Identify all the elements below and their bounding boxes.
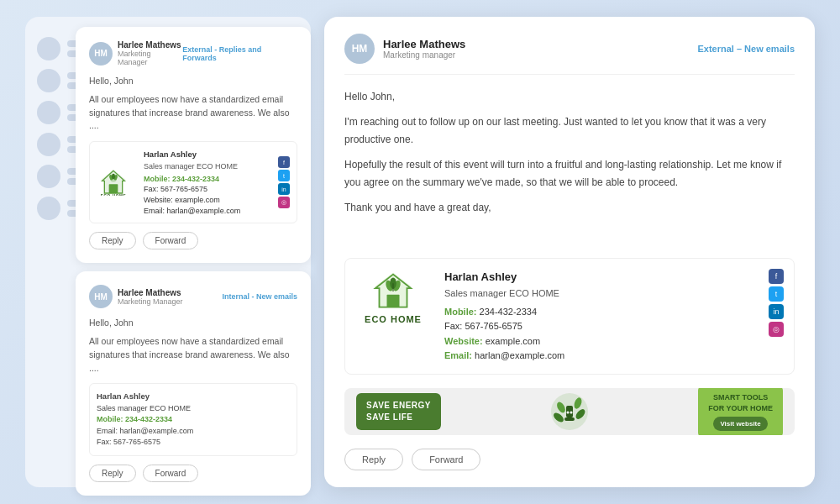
- forward-button[interactable]: Forward: [143, 465, 199, 482]
- sig-website: Website: example.com: [144, 195, 271, 206]
- card-actions: Reply Forward: [89, 232, 297, 249]
- facebook-icon[interactable]: f: [769, 269, 784, 284]
- main-container: HM Harlee Mathews Marketing Manager Exte…: [25, 17, 815, 487]
- sig-mobile: Mobile: 234-432-2334: [444, 305, 755, 320]
- right-sender: HM Harlee Mathews Marketing manager: [344, 34, 465, 64]
- sig-role: Sales manager ECO HOME: [97, 403, 290, 415]
- sig-email: Email: harlan@example.com: [444, 349, 755, 364]
- email-tag: Internal - New emails: [222, 292, 297, 301]
- right-actions: Reply Forward: [344, 449, 795, 470]
- reply-button[interactable]: Reply: [89, 232, 136, 249]
- sender-details: Harlee Mathews Marketing manager: [383, 38, 465, 60]
- eco-home-logo-large: ECO HOME: [355, 269, 431, 324]
- email-value: harlan@example.com: [475, 350, 564, 360]
- body-paragraph-2: Hopefully the result of this event will …: [344, 156, 795, 191]
- banner-right-text-2: FOR YOUR HOME: [708, 403, 773, 414]
- card-actions: Reply Forward: [89, 465, 297, 482]
- fax-value: 567-765-6575: [465, 321, 522, 331]
- sender-role: Marketing manager: [383, 50, 465, 60]
- svg-point-22: [567, 412, 570, 414]
- reply-button[interactable]: Reply: [344, 449, 403, 470]
- sender-title: Marketing Manager: [118, 297, 183, 306]
- email-label: Email:: [444, 350, 472, 360]
- reply-button[interactable]: Reply: [89, 465, 136, 482]
- banner-text-1: SAVE ENERGY: [366, 400, 431, 412]
- sig-name: Harlan Ashley: [97, 391, 290, 402]
- body-paragraph-3: Thank you and have a great day,: [344, 199, 795, 216]
- linkedin-icon[interactable]: in: [769, 304, 784, 319]
- sig-mobile: Mobile: 234-432-2334: [144, 174, 271, 185]
- eco-home-text: ECO HOME: [365, 314, 422, 324]
- left-panel: HM Harlee Mathews Marketing Manager Exte…: [25, 17, 311, 487]
- sig-email: Email: harlan@example.com: [97, 426, 290, 438]
- signature-info: Harlan Ashley Sales manager ECO HOME Mob…: [144, 149, 271, 216]
- svg-rect-2: [109, 184, 118, 193]
- sig-fax: Fax: 567-765-6575: [97, 437, 290, 449]
- social-icons: f t in ◎: [278, 156, 290, 208]
- facebook-icon[interactable]: f: [278, 156, 290, 168]
- skeleton-avatar: [37, 101, 60, 124]
- email-body: Hello, John All our employees now have a…: [89, 75, 297, 133]
- email-card-1: HM Harlee Mathews Marketing Manager Exte…: [76, 27, 311, 263]
- sender-name: Harlee Mathews: [118, 40, 182, 50]
- email-card-header: HM Harlee Mathews Marketing Manager Inte…: [89, 285, 297, 308]
- sig-role: Sales manager ECO HOME: [144, 161, 271, 172]
- email-content: Hello John, I'm reaching out to follow u…: [344, 88, 795, 244]
- forward-button[interactable]: Forward: [143, 232, 199, 249]
- skeleton-avatar: [37, 133, 60, 156]
- avatar: HM: [344, 34, 375, 64]
- body-paragraph-1: I'm reaching out to follow up on our las…: [344, 113, 795, 148]
- body-text: All our employees now have a standardize…: [89, 94, 290, 131]
- instagram-icon[interactable]: ◎: [278, 197, 290, 208]
- linkedin-icon[interactable]: in: [278, 183, 290, 195]
- twitter-icon[interactable]: t: [769, 286, 784, 302]
- sig-website: Website: example.com: [444, 334, 755, 349]
- email-card-sender: HM Harlee Mathews Marketing Manager: [89, 40, 182, 66]
- sig-role: Sales manager ECO HOME: [444, 286, 755, 302]
- svg-rect-10: [387, 295, 400, 307]
- email-card-header: HM Harlee Mathews Marketing Manager Exte…: [89, 40, 297, 66]
- forward-button[interactable]: Forward: [412, 449, 480, 470]
- right-panel-header: HM Harlee Mathews Marketing manager Exte…: [344, 34, 795, 75]
- sig-name: Harlan Ashley: [144, 149, 271, 160]
- email-card-2: HM Harlee Mathews Marketing Manager Inte…: [76, 271, 311, 495]
- instagram-icon[interactable]: ◎: [769, 322, 784, 337]
- banner-right-text-1: SMART TOOLS: [708, 392, 773, 403]
- banner-right: SMART TOOLS FOR YOUR HOME Visit website: [698, 388, 783, 435]
- svg-point-6: [112, 174, 115, 180]
- avatar: HM: [89, 285, 113, 308]
- email-body: Hello, John All our employees now have a…: [89, 317, 297, 375]
- skeleton-avatar: [37, 37, 60, 60]
- skeleton-avatar: [37, 197, 60, 220]
- avatar: HM: [89, 42, 113, 66]
- social-icons-large: f t in ◎: [769, 269, 784, 337]
- signature-block: ECO HOME Harlan Ashley Sales manager ECO…: [89, 141, 297, 223]
- sig-email: Email: harlan@example.com: [144, 206, 271, 217]
- signature-info-large: Harlan Ashley Sales manager ECO HOME Mob…: [444, 269, 755, 364]
- sig-name: Harlan Ashley: [444, 269, 755, 286]
- svg-point-23: [570, 412, 573, 414]
- eco-home-logo: ECO HOME: [97, 167, 137, 197]
- eco-banner: SAVE ENERGY SAVE LIFE: [344, 388, 795, 435]
- right-panel: HM Harlee Mathews Marketing manager Exte…: [324, 17, 815, 487]
- email-tag: External – New emails: [697, 44, 795, 54]
- signature-block-large: ECO HOME Harlan Ashley Sales manager ECO…: [344, 258, 795, 375]
- mobile-value: 234-432-2334: [480, 307, 538, 317]
- svg-rect-21: [564, 417, 575, 421]
- fax-label: Fax:: [444, 321, 462, 331]
- twitter-icon[interactable]: t: [278, 170, 290, 181]
- skeleton-avatar: [37, 69, 60, 92]
- email-tag: External - Replies and Forwards: [182, 45, 297, 62]
- sender-info: Harlee Mathews Marketing Manager: [118, 288, 183, 306]
- email-card-sender: HM Harlee Mathews Marketing Manager: [89, 285, 183, 308]
- sender-name: Harlee Mathews: [118, 288, 183, 297]
- banner-decoration: [549, 391, 591, 433]
- banner-left: SAVE ENERGY SAVE LIFE: [356, 393, 441, 430]
- greeting: Hello John,: [344, 88, 795, 105]
- visit-website-button[interactable]: Visit website: [713, 417, 767, 431]
- sender-name: Harlee Mathews: [383, 38, 465, 50]
- svg-text:ECO HOME: ECO HOME: [101, 194, 127, 196]
- sender-info: Harlee Mathews Marketing Manager: [118, 40, 182, 66]
- website-value: example.com: [486, 336, 540, 346]
- banner-text-2: SAVE LIFE: [366, 412, 431, 423]
